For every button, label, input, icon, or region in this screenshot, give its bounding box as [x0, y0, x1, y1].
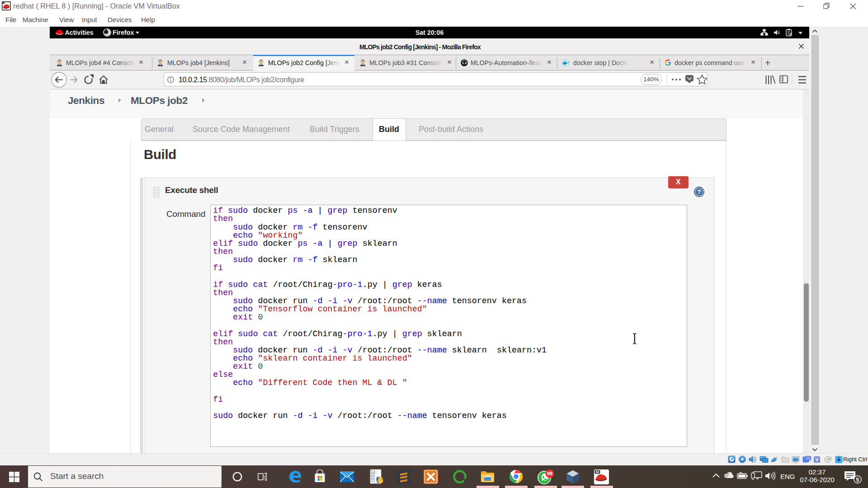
svg-text:64: 64	[596, 470, 599, 474]
svg-text:99: 99	[547, 471, 552, 476]
svg-text:5: 5	[856, 477, 859, 483]
svg-text:?: ?	[698, 188, 701, 195]
svg-text:V: V	[815, 457, 818, 462]
